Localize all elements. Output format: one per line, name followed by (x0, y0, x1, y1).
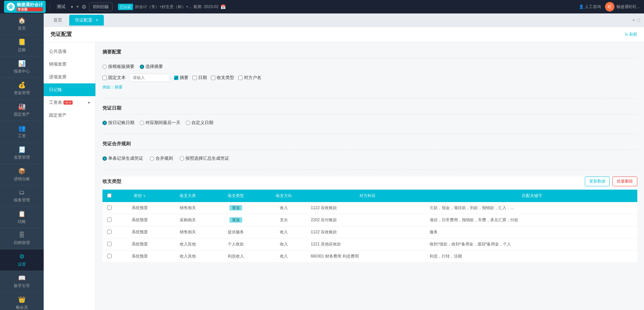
row-subject: 1122 应收账款 (308, 226, 427, 238)
checkbox-fixed-text[interactable]: 固定文本 (102, 75, 126, 81)
radio-custom-date-input[interactable] (186, 121, 190, 125)
checkbox-date-input[interactable] (192, 76, 197, 80)
dropdown-arrow-icon[interactable]: ▾ (71, 4, 73, 9)
radio-merge-rule[interactable]: 合并规则 (150, 155, 173, 161)
sidebar-item-stock[interactable]: 📦 进销台账 (0, 164, 44, 186)
checkbox-counterpart-input[interactable] (238, 76, 243, 80)
row-checkbox[interactable] (102, 202, 116, 214)
window-close-button[interactable]: × (632, 17, 635, 23)
settings-icon[interactable]: ⚙ (82, 4, 86, 10)
sidebar-item-assets[interactable]: 🏭 固定资产 (0, 100, 44, 121)
sidebar-label-assets: 固定资产 (14, 112, 30, 117)
refresh-button[interactable]: ↻ 刷新 (625, 32, 637, 37)
row-major-type: 收入其他 (164, 238, 212, 250)
tab-home[interactable]: 首页 (48, 15, 68, 26)
top-badge[interactable]: 置顶 (229, 217, 242, 223)
sidebar-item-payroll[interactable]: 👥 工资 (0, 121, 44, 143)
batch-delete-button[interactable]: 批量删除 (612, 177, 637, 186)
radio-summary-rule-input[interactable] (180, 156, 184, 161)
switch-version-button[interactable]: 切到旧版 (89, 3, 113, 11)
topbar-current-tab[interactable]: 测试 (54, 2, 68, 11)
radio-custom-date[interactable]: 自定义日期 (186, 120, 213, 126)
row-checkbox-input[interactable] (107, 230, 112, 234)
assets-icon: 🏭 (18, 103, 26, 110)
sidebar-item-guide[interactable]: 📖 新手引导 (0, 271, 44, 293)
radio-last-day[interactable]: 对应期间最后一天 (140, 120, 180, 126)
radio-journal-date[interactable]: 按日记账日期 (102, 120, 134, 126)
radio-template-input[interactable] (102, 65, 107, 69)
main-layout: 🏠 首页 📒 总账 📊 报表中心 💰 资金管理 🏭 固定资产 👥 工资 🧾 发票… (0, 13, 644, 310)
radio-single-record[interactable]: 单条记录生成凭证 (102, 155, 143, 161)
col-category: 类别 ∨ (116, 190, 164, 202)
calendar-icon[interactable]: 📅 (220, 4, 226, 9)
sidebar-item-member[interactable]: 👑 畅会员 (0, 293, 44, 310)
sidebar-item-reports[interactable]: 📊 报表中心 (0, 56, 44, 78)
checkbox-date[interactable]: 日期 (192, 75, 207, 81)
fixed-text-input[interactable] (130, 74, 170, 82)
invoice-icon: 🧾 (18, 146, 26, 153)
row-checkbox[interactable] (102, 238, 116, 250)
voucher-date-section: 凭证日期 按日记账日期 对应期间最后一天 (102, 105, 637, 126)
sidebar-label-settings: 设置 (18, 262, 26, 267)
nav-purchase-invoice[interactable]: 进项发票 (44, 71, 95, 83)
nav-payroll-table[interactable]: 工资表 NEW ▾ (44, 96, 95, 109)
row-checkbox-input[interactable] (107, 218, 112, 222)
radio-journal-date-input[interactable] (102, 121, 107, 125)
select-all-checkbox[interactable] (107, 193, 112, 198)
sidebar-item-closing[interactable]: 📋 结账 (0, 207, 44, 228)
tab-close-icon[interactable]: × (96, 17, 98, 23)
radio-summary-rule[interactable]: 按照选择汇总生成凭证 (180, 155, 229, 161)
sidebar-item-archive[interactable]: 🗄 归档管理 (0, 228, 44, 249)
row-checkbox-input[interactable] (107, 254, 112, 258)
row-checkbox-input[interactable] (107, 242, 112, 246)
row-checkbox-input[interactable] (107, 205, 112, 210)
radio-merge-rule-input[interactable] (150, 156, 154, 161)
row-direction: 收入 (260, 238, 308, 250)
window-max-button[interactable]: □ (637, 17, 640, 23)
sidebar-item-finance[interactable]: 💰 资金管理 (0, 78, 44, 100)
nav-sales-invoice[interactable]: 销项发票 (44, 58, 95, 71)
sidebar-item-ledger[interactable]: 📒 总账 (0, 35, 44, 56)
row-type: 个人收款 (212, 238, 260, 250)
nav-public-options[interactable]: 公共选项 (44, 45, 95, 58)
top-badge[interactable]: 置顶 (229, 205, 242, 210)
sidebar-label-invoice: 发票管理 (14, 155, 30, 160)
nav-fixed-assets[interactable]: 固定资产 (44, 109, 95, 122)
ledger-icon: 📒 (18, 38, 26, 46)
closing-icon: 📋 (18, 210, 26, 218)
update-data-button[interactable]: 更新数据 (585, 177, 610, 186)
sidebar-item-tax[interactable]: 🗂 税务管理 (0, 186, 44, 207)
sidebar-label-stock: 进销台账 (14, 176, 30, 182)
checkbox-income-type[interactable]: 收支类型 (211, 75, 234, 81)
user-area[interactable]: 旺 畅捷通旺旺... (605, 2, 640, 11)
sidebar-item-invoice[interactable]: 🧾 发票管理 (0, 143, 44, 164)
voucher-date-title: 凭证日期 (102, 105, 637, 114)
sidebar-item-settings[interactable]: ⚙ 设置 (0, 249, 44, 271)
refresh-icon: ↻ (625, 32, 628, 37)
radio-single-record-input[interactable] (102, 156, 107, 161)
divider-1 (102, 98, 637, 99)
row-checkbox[interactable] (102, 226, 116, 238)
add-icon[interactable]: + (76, 4, 79, 10)
radio-select-input[interactable] (140, 65, 144, 69)
sidebar-item-home[interactable]: 🏠 首页 (0, 13, 44, 35)
radio-template-summary[interactable]: 按模板版摘要 (102, 64, 134, 70)
radio-last-day-input[interactable] (140, 121, 144, 125)
checkbox-income-type-input[interactable] (211, 76, 215, 80)
tab-voucher-config[interactable]: 凭证配置 × (69, 15, 104, 26)
radio-select-summary[interactable]: 选择摘要 (140, 64, 163, 70)
checkbox-summary-input[interactable] (174, 76, 178, 80)
nav-journal[interactable]: 日记账 (44, 83, 95, 96)
col-type: 收支类型 (212, 190, 260, 202)
row-category: 系统预置 (116, 214, 164, 226)
checkbox-counterpart[interactable]: 对方户名 (238, 75, 261, 81)
table-row: 系统预置 收入其他 利息收入 收入 660301 财务费用 利息费用 利息，行转… (102, 250, 637, 263)
row-checkbox[interactable] (102, 214, 116, 226)
topbar: 会 畅捷通好会计 专业版 测试 ▾ + ⚙ 切到旧版 已认证 好会计（专）+好生… (0, 0, 644, 13)
merge-rules-section: 凭证合并规则 单条记录生成凭证 合并规则 (102, 141, 637, 161)
row-checkbox[interactable] (102, 250, 116, 263)
checkbox-fixed-text-input[interactable] (102, 76, 107, 80)
guide-icon: 📖 (18, 274, 26, 282)
checkbox-summary[interactable]: 摘要 (174, 75, 188, 81)
support-button[interactable]: 👤 人工咨询 (579, 4, 601, 10)
